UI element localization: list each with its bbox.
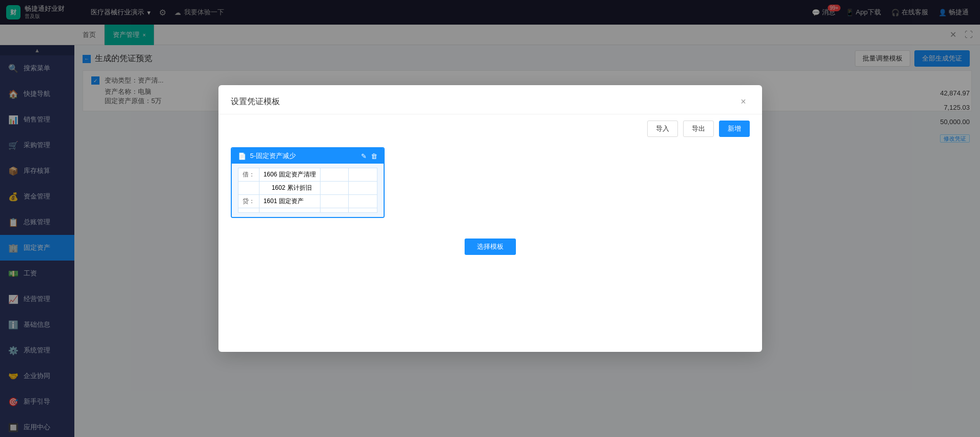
entry-debit-1 (321, 168, 349, 182)
template-doc-icon: 📄 (238, 152, 246, 160)
edit-template-icon[interactable]: ✎ (361, 152, 367, 160)
entry-account-3: 1601 固定资产 (259, 195, 320, 208)
entry-account-1: 1606 固定资产清理 (259, 168, 320, 182)
export-btn[interactable]: 导出 (683, 121, 714, 137)
entry-credit-4 (349, 208, 377, 213)
entry-side-4 (238, 208, 259, 213)
modal-title: 设置凭证模板 (231, 96, 280, 107)
entry-row-4 (238, 208, 377, 213)
template-card-actions: ✎ 🗑 (361, 152, 377, 160)
entry-debit-3 (321, 195, 349, 208)
modal-set-template: 设置凭证模板 × 导入 导出 新增 📄 (218, 85, 762, 352)
content-area: ← 生成的凭证预览 批量调整模板 全部生成凭证 ✓ 变动类型：资产清... 资产… (74, 45, 980, 437)
entry-credit-3 (349, 195, 377, 208)
entry-account-4 (259, 208, 320, 213)
entry-debit-4 (321, 208, 349, 213)
new-btn[interactable]: 新增 (719, 121, 750, 137)
modal-header: 设置凭证模板 × (218, 85, 762, 114)
template-card: 📄 5-固定资产减少 ✎ 🗑 (231, 147, 385, 218)
entry-row-2: 1602 累计折旧 (238, 182, 377, 195)
entry-row-3: 贷： 1601 固定资产 (238, 195, 377, 208)
entry-credit-2 (349, 182, 377, 195)
entry-side-2 (238, 182, 259, 195)
entry-debit-2 (321, 182, 349, 195)
template-card-header: 📄 5-固定资产减少 ✎ 🗑 (232, 148, 384, 164)
main-area: ▲ 🔍 搜索菜单 🏠 快捷导航 📊 销售管理 🛒 采购管理 📦 库存核算 💰 资… (0, 45, 980, 437)
choose-template-btn[interactable]: 选择模板 (465, 239, 516, 255)
template-card-body: 借： 1606 固定资产清理 1602 累计折旧 (232, 164, 384, 217)
choose-template-container: 选择模板 (231, 230, 750, 255)
modal-overlay: 设置凭证模板 × 导入 导出 新增 📄 (74, 45, 980, 437)
modal-body: 📄 5-固定资产减少 ✎ 🗑 (218, 137, 762, 352)
entry-row-1: 借： 1606 固定资产清理 (238, 168, 377, 182)
entry-side-3: 贷： (238, 195, 259, 208)
entry-credit-1 (349, 168, 377, 182)
entry-account-2: 1602 累计折旧 (259, 182, 320, 195)
modal-close-btn[interactable]: × (737, 95, 750, 108)
delete-template-icon[interactable]: 🗑 (371, 152, 377, 160)
template-name: 5-固定资产减少 (250, 151, 296, 161)
entry-side-1: 借： (238, 168, 259, 182)
import-btn[interactable]: 导入 (647, 121, 678, 137)
entry-table: 借： 1606 固定资产清理 1602 累计折旧 (238, 168, 377, 213)
template-card-header-left: 📄 5-固定资产减少 (238, 151, 296, 161)
modal-toolbar: 导入 导出 新增 (218, 114, 762, 137)
